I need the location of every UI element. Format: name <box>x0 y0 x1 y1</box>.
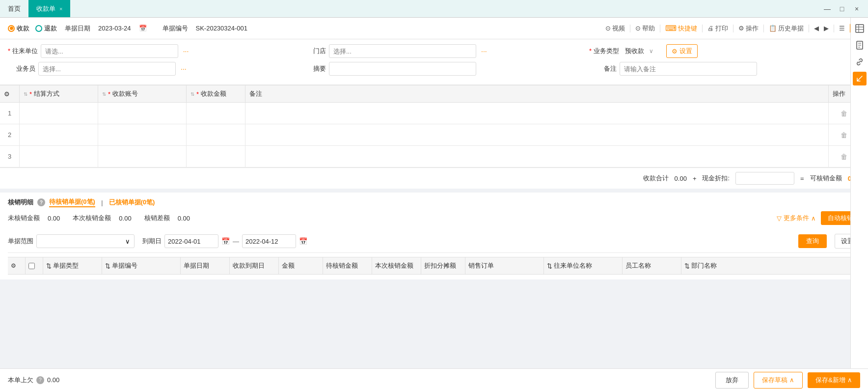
table-row: 1 🗑 ⧉ <box>0 103 868 124</box>
print-btn[interactable]: 🖨 打印 <box>707 24 728 33</box>
row3-remark[interactable] <box>245 146 829 167</box>
help-btn[interactable]: ⊙ 帮助 <box>635 24 655 33</box>
row3-delete-icon[interactable]: 🗑 <box>841 153 847 161</box>
receipt-radio[interactable]: 收款 <box>8 24 29 33</box>
save-new-button[interactable]: 保存&新增 ∧ <box>808 372 860 388</box>
filter-icon: ▽ <box>777 215 782 222</box>
select-all-checkbox[interactable] <box>28 263 35 269</box>
refund-radio-circle <box>35 25 42 32</box>
shortcut-btn[interactable]: ⌨ 快捷键 <box>665 24 697 33</box>
done-tab[interactable]: 已核销单据(0笔) <box>109 198 155 207</box>
footer-buttons: 放弃 保存草稿 ∧ 保存&新增 ∧ <box>715 372 860 389</box>
sidebar-table-icon[interactable] <box>853 22 867 35</box>
row3-account[interactable] <box>98 146 187 167</box>
row1-amount[interactable] <box>187 103 245 124</box>
col-amount: ⇅ * 收款金额 <box>187 85 245 102</box>
abandon-button[interactable]: 放弃 <box>715 372 749 389</box>
toolbar-right: ⊙ 视频 ⊙ 帮助 ⌨ 快捷键 🖨 打印 ⚙ 操作 📋 历史单据 ◀ ▶ <box>605 24 860 33</box>
close-button[interactable]: × <box>851 3 862 14</box>
shortcut-label: 快捷键 <box>678 24 697 33</box>
window-controls: — □ × <box>822 3 868 14</box>
date-label: 单据日期 <box>65 24 90 33</box>
balance-value: 0.00 <box>47 376 59 384</box>
query-button[interactable]: 查询 <box>798 234 827 248</box>
more-conditions-btn[interactable]: ▽ 更多条件 ∧ <box>777 214 816 223</box>
row1-remark[interactable] <box>245 103 829 124</box>
maximize-button[interactable]: □ <box>837 3 847 14</box>
tab-close-icon[interactable]: × <box>59 6 62 12</box>
bottom-footer: 本单上欠 ? 0.00 放弃 保存草稿 ∧ 保存&新增 ∧ <box>0 368 868 391</box>
sort-icon-dept: ⇅ <box>684 262 690 270</box>
balance-label: 本单上欠 <box>8 376 33 385</box>
col-account: ⇅ * 收款账号 <box>98 85 187 102</box>
calendar-icon[interactable]: 📅 <box>139 25 147 32</box>
verification-info-icon[interactable]: ? <box>37 198 45 206</box>
stats-row: 未核销金额 0.00 本次核销金额 0.00 核销差额 0.00 ▽ 更多条件 … <box>8 211 860 225</box>
date-value: 2023-03-24 <box>98 25 131 32</box>
bcol-current-amount: 本次核销金额 <box>372 257 421 274</box>
range-field: 单据范围 ∨ <box>8 234 135 248</box>
staff-more-btn[interactable]: ··· <box>181 65 187 73</box>
col-gear[interactable]: ⚙ <box>0 85 20 102</box>
store-more-btn[interactable]: ··· <box>481 47 487 55</box>
counterpart-input[interactable] <box>41 44 178 58</box>
due-date-end[interactable]: 2022-04-12 <box>242 234 296 248</box>
row2-delete-icon[interactable]: 🗑 <box>841 131 847 139</box>
history-label: 历史单据 <box>778 24 804 33</box>
bcol-discount: 折扣分摊额 <box>421 257 465 274</box>
staff-input[interactable] <box>38 62 176 76</box>
summary-input[interactable] <box>329 62 476 76</box>
print-label: 打印 <box>715 24 728 33</box>
number-label: 单据编号 <box>163 24 188 33</box>
sidebar-doc-icon[interactable] <box>853 38 867 52</box>
row2-settlement[interactable] <box>20 124 98 145</box>
nav-prev-btn[interactable]: ◀ <box>814 25 819 32</box>
remark-input[interactable] <box>620 62 757 76</box>
pending-tab[interactable]: 待核销单据(0笔) <box>49 197 95 207</box>
nav-next-btn[interactable]: ▶ <box>824 25 829 32</box>
operation-btn[interactable]: ⚙ 操作 <box>738 24 759 33</box>
cal-icon-start[interactable]: 📅 <box>221 237 230 245</box>
video-btn[interactable]: ⊙ 视频 <box>605 24 625 33</box>
range-select[interactable]: ∨ <box>36 234 135 248</box>
tab-home[interactable]: 首页 <box>0 0 28 17</box>
sort-icon2: ⇅ <box>102 91 106 97</box>
store-label: 门店 <box>298 47 326 56</box>
refund-radio[interactable]: 退款 <box>35 24 57 33</box>
due-date-start[interactable]: 2022-04-01 <box>164 234 218 248</box>
cal-icon-end[interactable]: 📅 <box>299 237 307 245</box>
form-row-1: * 往来单位 ··· 门店 ··· * 业务类型 预收款 <box>8 44 860 58</box>
row2-account[interactable] <box>98 124 187 145</box>
balance-info-icon[interactable]: ? <box>36 376 44 384</box>
save-draft-button[interactable]: 保存草稿 ∧ <box>754 372 803 389</box>
counterpart-more-btn[interactable]: ··· <box>183 47 189 55</box>
row1-settlement[interactable] <box>20 103 98 124</box>
row-num-3: 3 <box>0 146 20 167</box>
history-btn[interactable]: 📋 历史单据 <box>769 24 804 33</box>
bcol-gear[interactable]: ⚙ <box>8 257 26 274</box>
row1-account[interactable] <box>98 103 187 124</box>
business-type-arrow[interactable]: ∨ <box>649 48 653 55</box>
minimize-button[interactable]: — <box>822 3 833 14</box>
business-type-value: 预收款 <box>625 47 644 56</box>
help-label: 帮助 <box>642 24 655 33</box>
help-icon: ⊙ <box>635 25 641 32</box>
table-gear-icon[interactable]: ⚙ <box>4 90 10 98</box>
row1-delete-icon[interactable]: 🗑 <box>841 110 847 117</box>
bcol-checkbox[interactable] <box>26 257 43 274</box>
sidebar-link-icon[interactable] <box>853 55 867 69</box>
row2-amount[interactable] <box>187 124 245 145</box>
store-input[interactable] <box>329 44 476 58</box>
discount-input[interactable] <box>735 172 794 185</box>
row3-amount[interactable] <box>187 146 245 167</box>
sidebar-expand-icon[interactable] <box>853 72 867 85</box>
list-view-btn[interactable]: ☰ <box>839 25 845 32</box>
due-date-label: 到期日 <box>142 237 162 246</box>
settings-button[interactable]: ⚙ 设置 <box>666 44 698 58</box>
col-settlement: ⇅ * 结算方式 <box>20 85 98 102</box>
bcol-doc-type: ⇅ 单据类型 <box>43 257 102 274</box>
row3-settlement[interactable] <box>20 146 98 167</box>
row2-remark[interactable] <box>245 124 829 145</box>
tab-receipt[interactable]: 收款单 × <box>28 0 70 17</box>
sort-icon-doc: ⇅ <box>46 262 52 270</box>
